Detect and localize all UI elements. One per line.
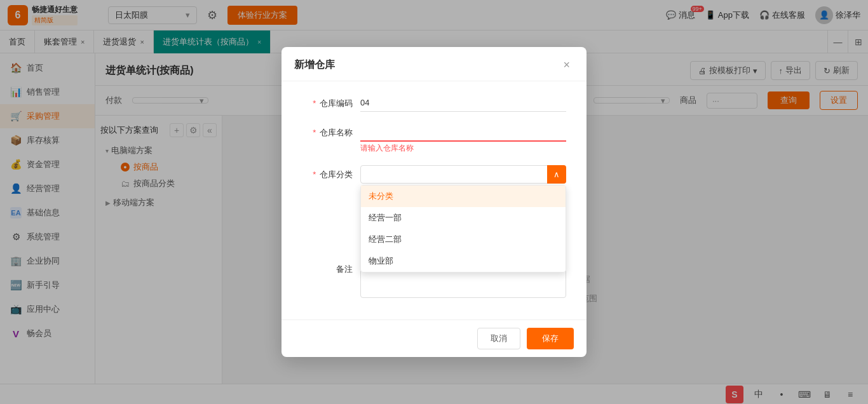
save-button[interactable]: 保存 [527, 328, 574, 349]
code-label: * 仓库编码 [302, 94, 353, 109]
notes-label: 备注 [302, 260, 353, 275]
form-row-code: * 仓库编码 [302, 94, 566, 112]
name-input[interactable] [360, 123, 566, 142]
category-input[interactable] [360, 165, 566, 184]
category-label: * 仓库分类 [302, 165, 353, 180]
modal-header: 新增仓库 × [281, 47, 587, 81]
name-error-msg: 请输入仓库名称 [302, 143, 414, 154]
code-input[interactable] [360, 94, 566, 112]
category-dropdown-list: 未分类 经营一部 经营二部 物业部 [360, 185, 566, 273]
required-star-name: * [313, 128, 316, 137]
chevron-up-icon: ∧ [553, 170, 560, 179]
category-dropdown-btn[interactable]: ∧ [547, 165, 566, 184]
required-star-code: * [313, 98, 316, 108]
modal-overlay: 新增仓库 × * 仓库编码 * 仓库名称 [0, 0, 868, 404]
cancel-button[interactable]: 取消 [477, 328, 520, 349]
required-star-category: * [313, 170, 316, 179]
form-row-category: * 仓库分类 ∧ 未分类 经营一部 [302, 165, 566, 184]
name-label: * 仓库名称 [302, 123, 353, 138]
modal-footer: 取消 保存 [281, 320, 587, 357]
modal-close-button[interactable]: × [559, 57, 574, 73]
modal-title: 新增仓库 [294, 58, 335, 72]
dropdown-item-dept1[interactable]: 经营一部 [361, 207, 566, 229]
dropdown-item-uncategorized[interactable]: 未分类 [361, 185, 566, 207]
dropdown-item-dept2[interactable]: 经营二部 [361, 229, 566, 250]
modal-body: * 仓库编码 * 仓库名称 请输入仓库名称 * [281, 81, 587, 320]
new-warehouse-modal: 新增仓库 × * 仓库编码 * 仓库名称 [281, 47, 587, 357]
form-row-name: * 仓库名称 请输入仓库名称 [302, 123, 566, 154]
category-select-wrap: ∧ 未分类 经营一部 经营二部 物业部 [360, 165, 566, 184]
dropdown-item-property[interactable]: 物业部 [361, 250, 566, 272]
